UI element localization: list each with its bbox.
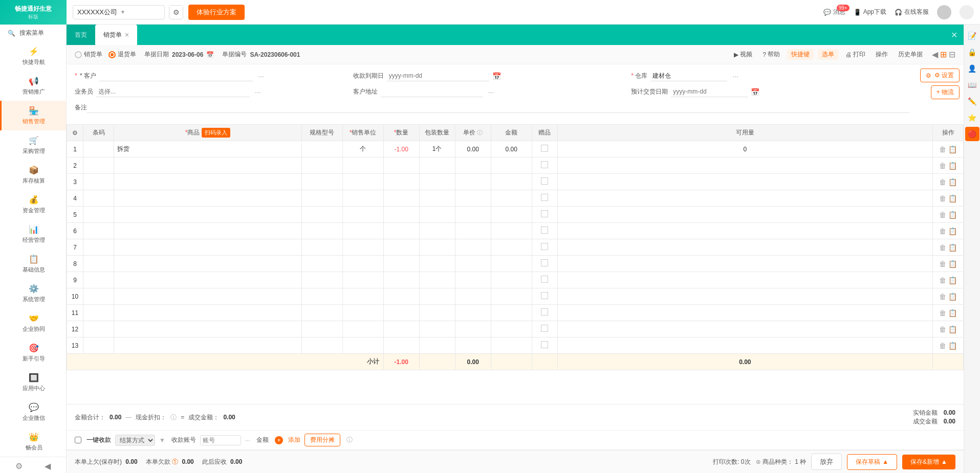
tab-sales-order[interactable]: 销货单 ×: [95, 25, 137, 45]
cell-product[interactable]: [114, 256, 302, 272]
right-panel-icon-5[interactable]: ✏️: [965, 94, 979, 108]
cell-unit[interactable]: [342, 223, 383, 239]
cell-unit-price[interactable]: [455, 207, 491, 223]
cell-quantity[interactable]: [383, 321, 419, 337]
cell-product[interactable]: [114, 157, 302, 174]
cell-unit[interactable]: [342, 256, 383, 272]
cell-barcode[interactable]: [83, 272, 114, 288]
cell-unit[interactable]: 个: [342, 141, 383, 157]
cell-unit[interactable]: [342, 272, 383, 288]
barcode-input[interactable]: [85, 162, 112, 169]
cell-unit-price[interactable]: [455, 223, 491, 239]
cell-unit-price[interactable]: [455, 157, 491, 174]
cell-gift[interactable]: [532, 157, 557, 174]
barcode-input[interactable]: [85, 309, 112, 317]
cell-spec[interactable]: [301, 157, 342, 174]
row-delete-icon[interactable]: 🗑: [939, 276, 946, 284]
cell-product[interactable]: [114, 321, 302, 337]
sidebar-item-basic[interactable]: 📋 基础信息: [0, 249, 66, 279]
gift-checkbox[interactable]: [541, 325, 548, 332]
cell-product[interactable]: [114, 223, 302, 239]
detail-view-icon[interactable]: ⊟: [949, 50, 955, 59]
sidebar-item-coop[interactable]: 🤝 企业协同: [0, 308, 66, 338]
cell-barcode[interactable]: [83, 223, 114, 239]
cell-amount[interactable]: [491, 272, 532, 288]
cell-barcode[interactable]: [83, 141, 114, 157]
cell-unit-price[interactable]: [455, 321, 491, 337]
row-delete-icon[interactable]: 🗑: [939, 162, 946, 170]
cell-amount[interactable]: [491, 288, 532, 305]
cell-spec[interactable]: [301, 305, 342, 321]
cell-gift[interactable]: [532, 305, 557, 321]
cell-pkg-qty[interactable]: [419, 256, 455, 272]
cell-pkg-qty[interactable]: [419, 174, 455, 190]
cell-amount[interactable]: [491, 190, 532, 207]
barcode-input[interactable]: [85, 228, 112, 235]
sidebar-settings-icon[interactable]: ⚙: [15, 461, 23, 471]
cell-quantity[interactable]: [383, 288, 419, 305]
row-delete-icon[interactable]: 🗑: [939, 211, 946, 219]
cell-barcode[interactable]: [83, 305, 114, 321]
cell-quantity[interactable]: [383, 223, 419, 239]
barcode-input[interactable]: [85, 260, 112, 267]
barcode-input[interactable]: [85, 293, 112, 300]
cell-barcode[interactable]: [83, 174, 114, 190]
address-dots-icon[interactable]: ···: [488, 88, 494, 96]
right-panel-icon-6[interactable]: ⭐: [965, 110, 979, 125]
due-date-calendar-icon[interactable]: 📅: [492, 72, 501, 80]
sidebar-item-purchase[interactable]: 🛒 采购管理: [0, 130, 66, 160]
cell-product[interactable]: 拆货: [114, 141, 302, 157]
cell-gift[interactable]: [532, 239, 557, 256]
cell-barcode[interactable]: [83, 337, 114, 354]
cell-unit[interactable]: [342, 190, 383, 207]
date-calendar-icon[interactable]: 📅: [206, 51, 214, 58]
row-copy-icon[interactable]: 📋: [948, 260, 957, 268]
row-copy-icon[interactable]: 📋: [948, 211, 957, 219]
salesperson-dots-icon[interactable]: ···: [255, 88, 261, 96]
cell-product[interactable]: [114, 190, 302, 207]
cell-unit-price[interactable]: [455, 239, 491, 256]
cell-barcode[interactable]: [83, 288, 114, 305]
cell-barcode[interactable]: [83, 207, 114, 223]
gift-checkbox[interactable]: [541, 308, 548, 316]
gift-checkbox[interactable]: [541, 227, 548, 234]
row-delete-icon[interactable]: 🗑: [939, 309, 946, 317]
cell-gift[interactable]: [532, 190, 557, 207]
row-delete-icon[interactable]: 🗑: [939, 145, 946, 153]
cell-unit[interactable]: [342, 337, 383, 354]
right-panel-icon-7[interactable]: 🔴: [965, 127, 979, 141]
cell-unit[interactable]: [342, 288, 383, 305]
cell-quantity[interactable]: [383, 207, 419, 223]
unit-price-info-icon[interactable]: ⓘ: [477, 129, 483, 136]
cell-amount[interactable]: [491, 157, 532, 174]
gift-checkbox[interactable]: [541, 210, 548, 217]
sidebar-item-member[interactable]: 👑 畅会员: [0, 427, 66, 457]
gift-checkbox[interactable]: [541, 341, 548, 348]
sidebar-item-guide[interactable]: 🎯 新手引导: [0, 338, 66, 368]
payment-method-dots[interactable]: ▼: [159, 437, 165, 444]
sidebar-item-system[interactable]: ⚙️ 系统管理: [0, 279, 66, 308]
cell-barcode[interactable]: [83, 190, 114, 207]
row-copy-icon[interactable]: 📋: [948, 325, 957, 333]
cell-pkg-qty[interactable]: [419, 272, 455, 288]
cell-gift[interactable]: [532, 272, 557, 288]
discount-info-icon[interactable]: ⓘ: [170, 413, 177, 422]
add-circle-icon[interactable]: +: [275, 436, 283, 444]
sidebar-item-appstore[interactable]: 🔲 应用中心: [0, 368, 66, 397]
gift-checkbox[interactable]: [541, 259, 548, 266]
cell-pkg-qty[interactable]: 1个: [419, 141, 455, 157]
cell-amount[interactable]: [491, 239, 532, 256]
warehouse-dots-icon[interactable]: ···: [732, 72, 738, 80]
row-copy-icon[interactable]: 📋: [948, 162, 957, 170]
gift-checkbox[interactable]: [541, 276, 548, 283]
payment-dots-icon[interactable]: ···: [245, 437, 250, 444]
expected-date-input[interactable]: [671, 86, 748, 97]
row-delete-icon[interactable]: 🗑: [939, 194, 946, 202]
notes-input[interactable]: [87, 102, 909, 113]
cell-quantity[interactable]: [383, 157, 419, 174]
row-copy-icon[interactable]: 📋: [948, 342, 957, 350]
cell-pkg-qty[interactable]: [419, 190, 455, 207]
cell-barcode[interactable]: [83, 321, 114, 337]
cell-product[interactable]: [114, 272, 302, 288]
row-copy-icon[interactable]: 📋: [948, 227, 957, 235]
